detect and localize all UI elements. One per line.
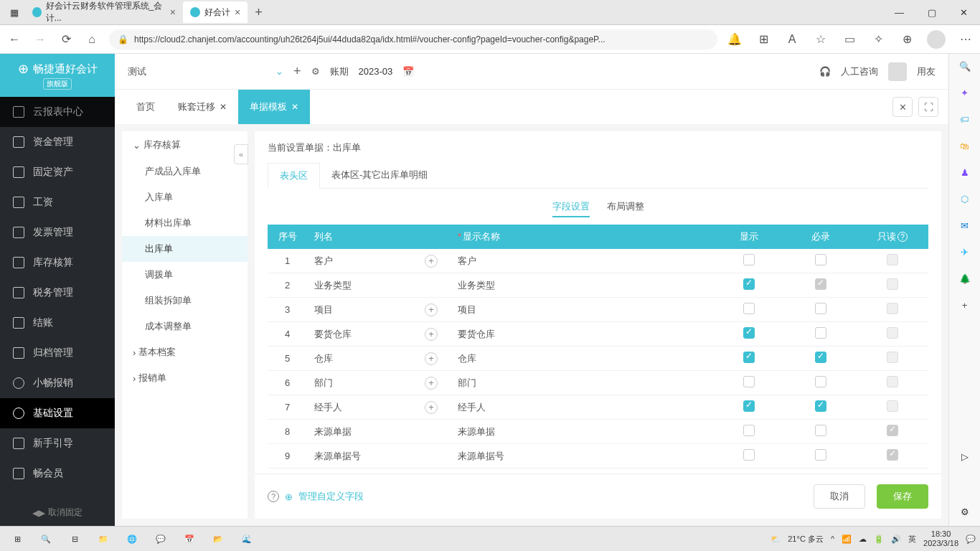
- app-chrome[interactable]: 🌐: [119, 528, 145, 550]
- clock[interactable]: 18:30 2023/3/18: [923, 529, 958, 548]
- tab-migrate[interactable]: 账套迁移✕: [166, 90, 238, 124]
- sidebar-item-report[interactable]: 云报表中心: [0, 97, 115, 127]
- cell-display[interactable]: 要货仓库: [451, 322, 713, 347]
- add-field-button[interactable]: +: [425, 303, 438, 316]
- checkbox-required[interactable]: [815, 327, 826, 339]
- outlook-icon[interactable]: ✉: [961, 220, 969, 231]
- ime-icon[interactable]: 英: [908, 534, 916, 545]
- tree-icon[interactable]: 🌲: [959, 273, 971, 284]
- add-button[interactable]: +: [293, 64, 301, 79]
- checkbox-show[interactable]: [743, 327, 755, 339]
- tray-chevron-icon[interactable]: ^: [831, 534, 834, 543]
- browser-tab-2[interactable]: 好会计 ×: [183, 1, 248, 23]
- sidebar-item-invoice[interactable]: 发票管理: [0, 217, 115, 248]
- htab-header[interactable]: 表头区: [268, 163, 320, 189]
- games-icon[interactable]: ♟: [961, 167, 969, 178]
- cell-display[interactable]: 经手人: [451, 395, 713, 420]
- profile-icon[interactable]: [927, 30, 946, 49]
- sidebar-item-close[interactable]: 结账: [0, 308, 115, 338]
- sidebar-item-salary[interactable]: 工资: [0, 187, 115, 217]
- company-selector[interactable]: 测试 ⌄: [128, 65, 283, 78]
- app-explorer[interactable]: 📂: [205, 528, 231, 550]
- add-field-button[interactable]: +: [425, 352, 438, 365]
- app-files[interactable]: 📁: [90, 528, 116, 550]
- tree-item-0[interactable]: 产成品入库单: [122, 159, 248, 184]
- tools-icon[interactable]: ⬡: [961, 194, 969, 204]
- add-field-button[interactable]: +: [425, 255, 438, 268]
- checkbox-required[interactable]: [815, 425, 826, 436]
- subtab-layout[interactable]: 布局调整: [607, 200, 644, 217]
- volume-icon[interactable]: 🔊: [891, 534, 901, 544]
- shopping-icon[interactable]: 🛍: [960, 141, 969, 151]
- diamond-icon[interactable]: ✦: [961, 88, 969, 98]
- refresh-button[interactable]: ⟳: [57, 32, 75, 46]
- favorite-icon[interactable]: ☆: [812, 32, 829, 46]
- sidebar-collapse-icon[interactable]: ▷: [961, 451, 969, 462]
- home-button[interactable]: ⌂: [83, 33, 100, 46]
- downloads-icon[interactable]: ⊕: [898, 32, 915, 46]
- checkbox-show[interactable]: [743, 376, 755, 387]
- sidebar-item-inventory[interactable]: 库存核算: [0, 248, 115, 278]
- checkbox-required[interactable]: [815, 254, 826, 265]
- cell-display[interactable]: 项目: [451, 298, 713, 322]
- tab-template[interactable]: 单据模板✕: [238, 90, 310, 124]
- tree-group-basic[interactable]: ›基本档案: [122, 339, 248, 365]
- htab-body[interactable]: 表体区-其它出库单明细: [320, 163, 439, 188]
- cloud-icon[interactable]: ☁: [859, 534, 867, 544]
- checkbox-show[interactable]: [743, 303, 755, 314]
- cell-display[interactable]: 客户: [451, 249, 713, 273]
- new-tab-button[interactable]: +: [248, 5, 270, 20]
- browser-tab-1[interactable]: 好会计云财务软件管理系统_会计... ×: [25, 1, 183, 23]
- subtab-fields[interactable]: 字段设置: [552, 200, 590, 217]
- cell-display[interactable]: 来源单据: [451, 420, 713, 444]
- gear-icon[interactable]: ⚙: [961, 507, 969, 517]
- tree-item-5[interactable]: 组装拆卸单: [122, 288, 248, 314]
- checkbox-required[interactable]: [815, 352, 826, 363]
- fullscreen-button[interactable]: ⛶: [918, 97, 938, 117]
- close-icon[interactable]: ✕: [220, 102, 227, 112]
- cancel-button[interactable]: 取消: [814, 484, 865, 509]
- sidebar-item-tax[interactable]: 税务管理: [0, 278, 115, 308]
- sidebar-item-settings[interactable]: 基础设置: [0, 398, 115, 428]
- tree-group-reimburse[interactable]: ›报销单: [122, 365, 248, 391]
- sidebar-item-funds[interactable]: 资金管理: [0, 127, 115, 157]
- tree-item-4[interactable]: 调拨单: [122, 262, 248, 288]
- start-button[interactable]: ⊞: [4, 528, 30, 550]
- consult-link[interactable]: 人工咨询: [841, 65, 878, 78]
- checkbox-required[interactable]: [815, 303, 826, 314]
- help-icon[interactable]: ?: [897, 232, 908, 242]
- tree-item-3[interactable]: 出库单: [122, 236, 248, 262]
- battery-icon[interactable]: 🔋: [874, 534, 884, 544]
- manage-fields-link[interactable]: 管理自定义字段: [298, 490, 364, 503]
- checkbox-show[interactable]: [743, 352, 755, 363]
- collections-icon[interactable]: ✧: [870, 32, 887, 46]
- add-field-button[interactable]: +: [425, 328, 438, 341]
- forward-button[interactable]: →: [32, 33, 49, 46]
- checkbox-show[interactable]: [743, 278, 755, 290]
- sidebar-item-assets[interactable]: 固定资产: [0, 157, 115, 187]
- checkbox-show[interactable]: [743, 425, 755, 436]
- maximize-button[interactable]: ▢: [915, 0, 948, 25]
- checkbox-show[interactable]: [743, 400, 755, 412]
- tag-icon[interactable]: 🏷: [960, 114, 969, 125]
- sidebar-item-guide[interactable]: 新手引导: [0, 428, 115, 458]
- tabs-icon[interactable]: ▦: [4, 1, 25, 23]
- close-icon[interactable]: ×: [170, 6, 176, 18]
- tab-home[interactable]: 首页: [125, 90, 166, 124]
- tree-group-inventory[interactable]: ⌄库存核算: [122, 131, 248, 159]
- add-field-button[interactable]: +: [425, 377, 438, 390]
- tree-item-6[interactable]: 成本调整单: [122, 314, 248, 339]
- close-all-button[interactable]: ✕: [892, 97, 913, 117]
- checkbox-required[interactable]: [815, 449, 826, 461]
- reading-icon[interactable]: ▭: [841, 32, 858, 46]
- cell-display[interactable]: 来源单据号: [451, 444, 713, 468]
- send-icon[interactable]: ✈: [961, 247, 969, 258]
- minimize-button[interactable]: —: [883, 0, 915, 25]
- checkbox-required[interactable]: [815, 400, 826, 412]
- add-sidebar-icon[interactable]: +: [962, 300, 968, 311]
- textsize-icon[interactable]: A: [783, 33, 801, 46]
- notification-icon[interactable]: 🔔: [726, 32, 743, 46]
- calendar-icon[interactable]: 📅: [402, 66, 414, 77]
- sidebar-item-vip[interactable]: 畅会员: [0, 458, 115, 489]
- search-icon[interactable]: 🔍: [959, 61, 971, 72]
